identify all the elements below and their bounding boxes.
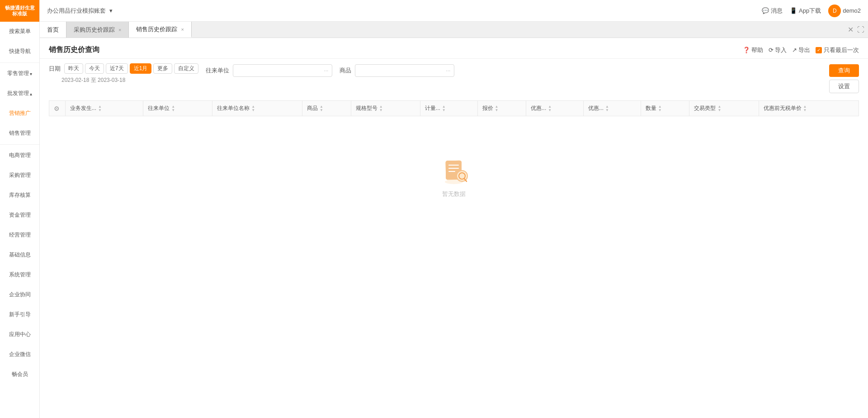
import-label: 导入 [775, 46, 787, 54]
settings-icon[interactable]: ⚙ [54, 105, 60, 112]
th-pre-tax: 优惠前无税单价 ▲▼ [759, 101, 859, 116]
import-icon: ⟳ [769, 47, 774, 53]
sidebar-item-retail[interactable]: 零售管理 ▾ [0, 64, 39, 84]
empty-illustration [436, 152, 472, 190]
sort-partner-name[interactable]: ▲▼ [251, 105, 255, 112]
sidebar-item-member[interactable]: 畅会员 [0, 365, 39, 385]
page-actions: ❓ 帮助 ⟳ 导入 ↗ 导出 只看最后一次 [743, 46, 859, 54]
tab-actions: ✕ ⛶ [844, 22, 868, 38]
sort-goods[interactable]: ▲▼ [320, 105, 323, 112]
tab-home[interactable]: 首页 [40, 22, 66, 38]
settings-button[interactable]: 设置 [829, 80, 859, 93]
th-discount1: 优惠... ▲▼ [526, 101, 584, 116]
sidebar-item-system[interactable]: 系统管理 [0, 265, 39, 285]
sidebar-item-wechat[interactable]: 企业微信 [0, 345, 39, 365]
export-button[interactable]: ↗ 导出 [792, 46, 810, 54]
sort-unit[interactable]: ▲▼ [442, 105, 446, 112]
sort-price[interactable]: ▲▼ [495, 105, 499, 112]
sidebar-item-basic[interactable]: 基础信息 [0, 245, 39, 265]
user-profile[interactable]: D demo2 [828, 5, 861, 17]
sidebar-item-wholesale[interactable]: 批发管理 ▴ [0, 84, 39, 104]
app-logo: 畅捷通好生意 标准版 [0, 0, 39, 22]
th-trade-type: 交易类型 ▲▼ [689, 101, 759, 116]
tab-sales[interactable]: 销售历史价跟踪 × [129, 22, 191, 38]
date-custom[interactable]: 自定义 [174, 63, 198, 74]
sort-quantity[interactable]: ▲▼ [658, 105, 662, 112]
sidebar-item-marketing[interactable]: 营销推广 [0, 104, 39, 124]
sort-trade-type[interactable]: ▲▼ [717, 105, 721, 112]
page-title: 销售历史价查询 [49, 45, 99, 55]
main-area: 办公用品行业模拟账套 ▾ 💬 消息 📱 App下载 D demo2 首页 采购历… [40, 0, 868, 418]
retail-arrow: ▾ [30, 71, 32, 76]
tab-sales-close[interactable]: × [181, 27, 184, 32]
sidebar-item-enterprise[interactable]: 企业协同 [0, 285, 39, 305]
sidebar-item-ops[interactable]: 经营管理 [0, 225, 39, 245]
date-range-text: 2023-02-18 至 2023-03-18 [61, 77, 125, 83]
topbar-dropdown[interactable]: ▾ [109, 7, 113, 14]
date-btn-group: 昨天 今天 近7天 近1月 更多 自定义 [64, 63, 198, 74]
date-1month[interactable]: 近1月 [130, 63, 152, 74]
partner-label: 往来单位 [206, 66, 229, 75]
th-price: 报价 ▲▼ [477, 101, 526, 116]
app-label: App下载 [799, 7, 821, 15]
import-button[interactable]: ⟳ 导入 [769, 46, 787, 54]
tab-close-all[interactable]: ✕ [848, 25, 854, 34]
tabbar: 首页 采购历史价跟踪 × 销售历史价跟踪 × ✕ ⛶ [40, 22, 868, 38]
sidebar-item-shortcuts[interactable]: 快捷导航 [0, 42, 39, 62]
goods-label: 商品 [340, 66, 351, 75]
th-quantity: 数量 ▲▼ [641, 101, 689, 116]
topbar-right: 💬 消息 📱 App下载 D demo2 [762, 5, 861, 17]
sort-biz-date[interactable]: ▲▼ [98, 105, 102, 112]
table-header: ⚙ 业务发生... ▲▼ 往来单位 ▲▼ [49, 101, 859, 116]
help-button[interactable]: ❓ 帮助 [743, 46, 763, 54]
tab-sales-label: 销售历史价跟踪 [136, 25, 177, 33]
tab-maximize[interactable]: ⛶ [857, 26, 864, 34]
goods-dots: ··· [446, 67, 450, 74]
date-more[interactable]: 更多 [153, 63, 172, 74]
help-label: 帮助 [751, 46, 763, 54]
th-biz-date: 业务发生... ▲▼ [66, 101, 143, 116]
sort-partner-code[interactable]: ▲▼ [171, 105, 175, 112]
date-yesterday[interactable]: 昨天 [64, 63, 83, 74]
sidebar-item-ecommerce[interactable]: 电商管理 [0, 146, 39, 166]
only-last-label: 只看最后一次 [824, 46, 859, 54]
logo-subtext: 标准版 [12, 11, 27, 17]
th-settings: ⚙ [49, 101, 66, 116]
avatar: D [828, 5, 841, 17]
th-goods: 商品 ▲▼ [302, 101, 351, 116]
sort-discount2[interactable]: ▲▼ [605, 105, 609, 112]
sidebar-item-apps[interactable]: 应用中心 [0, 325, 39, 345]
sidebar-item-finance[interactable]: 资金管理 [0, 205, 39, 225]
topbar-title: 办公用品行业模拟账套 [47, 7, 106, 15]
message-button[interactable]: 💬 消息 [762, 7, 783, 15]
logo-text: 畅捷通好生意 [5, 5, 35, 11]
date-label: 日期 [49, 65, 61, 73]
sidebar-item-inventory[interactable]: 库存核算 [0, 185, 39, 205]
only-last-checkbox[interactable]: 只看最后一次 [816, 46, 859, 54]
partner-filter: 往来单位 ··· [206, 64, 332, 77]
sidebar-item-sales-mgmt[interactable]: 销售管理 [0, 124, 39, 143]
sidebar-item-guide[interactable]: 新手引导 [0, 305, 39, 325]
tab-purchase-close[interactable]: × [118, 27, 121, 33]
topbar: 办公用品行业模拟账套 ▾ 💬 消息 📱 App下载 D demo2 [40, 0, 868, 22]
date-today[interactable]: 今天 [85, 63, 104, 74]
content-area: 销售历史价查询 ❓ 帮助 ⟳ 导入 ↗ 导出 只看最后一次 [40, 38, 868, 418]
date-range-display: 2023-02-18 至 2023-03-18 [49, 76, 198, 84]
query-button[interactable]: 查询 [829, 64, 859, 77]
message-icon: 💬 [762, 7, 769, 14]
help-icon: ❓ [743, 47, 750, 53]
date-7days[interactable]: 近7天 [106, 63, 128, 74]
app-icon: 📱 [790, 7, 797, 14]
date-filter-row: 日期 昨天 今天 近7天 近1月 更多 自定义 [49, 63, 198, 74]
sort-discount1[interactable]: ▲▼ [548, 105, 552, 112]
app-download-button[interactable]: 📱 App下载 [790, 7, 821, 15]
goods-input[interactable]: ··· [355, 64, 454, 77]
tab-purchase[interactable]: 采购历史价跟踪 × [66, 22, 129, 38]
sidebar-item-purchase[interactable]: 采购管理 [0, 166, 39, 185]
export-icon: ↗ [792, 47, 797, 53]
sort-pre-tax[interactable]: ▲▼ [803, 105, 807, 112]
sort-spec[interactable]: ▲▼ [379, 105, 383, 112]
sidebar-item-search[interactable]: 搜索菜单 [0, 22, 39, 42]
partner-input[interactable]: ··· [233, 64, 332, 77]
th-unit: 计量... ▲▼ [420, 101, 477, 116]
